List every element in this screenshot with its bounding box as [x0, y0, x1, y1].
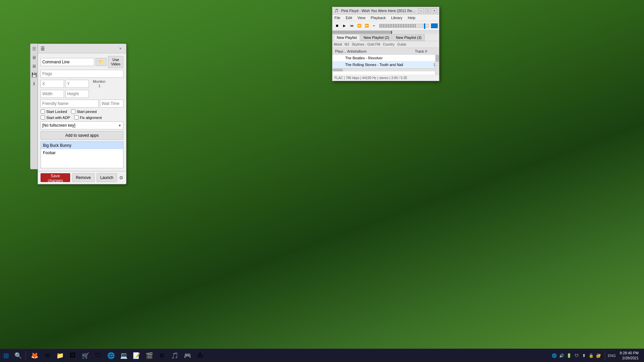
- taskbar-app-word[interactable]: 📝: [130, 350, 143, 362]
- sys-tray-network-icon[interactable]: 🌐: [551, 352, 558, 359]
- start-button[interactable]: ⊞: [0, 350, 12, 362]
- playlist-h-scrollbar[interactable]: [332, 68, 439, 71]
- stop-button[interactable]: ⏹: [334, 22, 340, 29]
- sidebar-display-icon[interactable]: 🖥: [31, 54, 38, 61]
- panel-close-button[interactable]: ×: [117, 46, 123, 52]
- fwd-button[interactable]: ⏩: [363, 22, 370, 29]
- start-adp-checkbox[interactable]: [41, 115, 45, 120]
- subtab-guitar[interactable]: Guitar: [397, 43, 406, 46]
- music-maximize-button[interactable]: □: [425, 8, 430, 13]
- command-line-input[interactable]: [41, 58, 94, 66]
- sidebar-display2-icon[interactable]: 🖥: [31, 63, 38, 69]
- add-to-saved-button[interactable]: Add to saved apps: [41, 131, 123, 140]
- header-track: Track #: [414, 49, 434, 53]
- remove-button[interactable]: Remove: [72, 173, 95, 182]
- taskbar-clock[interactable]: 8:28:40 PM 2/28/2021: [617, 351, 641, 360]
- sys-tray-update-icon[interactable]: ⬆: [581, 352, 587, 359]
- music-minimize-button[interactable]: ─: [418, 8, 424, 13]
- volume-bar[interactable]: [379, 24, 429, 28]
- start-pinned-label[interactable]: Start pinned: [71, 109, 97, 114]
- tab-new-playlist-3[interactable]: New Playlist (3): [393, 34, 424, 41]
- menu-help[interactable]: Help: [407, 16, 416, 20]
- rew-button[interactable]: ⏪: [356, 22, 363, 29]
- panel-content: 📁 UseVideo Monitor:1 Start Locked: [38, 53, 126, 171]
- taskbar-app-files[interactable]: 📁: [54, 350, 66, 362]
- x-input[interactable]: [41, 80, 64, 88]
- sidebar-save-icon[interactable]: 💾: [31, 71, 38, 78]
- flags-input[interactable]: [41, 70, 123, 78]
- music-close-button[interactable]: ×: [432, 8, 437, 13]
- prev-button[interactable]: ⏮: [348, 22, 355, 29]
- taskbar-app-steam[interactable]: 🕹: [194, 350, 206, 362]
- saved-apps-list[interactable]: Big Buck Bunny Foobar: [41, 141, 123, 168]
- fullscreen-key-select[interactable]: [No fullscreen key] F11 F12 Alt+Enter: [41, 121, 123, 129]
- y-input[interactable]: [65, 80, 89, 88]
- fix-alignment-label[interactable]: Fix alignment: [74, 115, 102, 120]
- sys-tray-security-icon[interactable]: 🛡: [573, 352, 580, 359]
- start-locked-label[interactable]: Start Locked: [41, 109, 67, 114]
- taskbar-app-music[interactable]: 🎵: [169, 350, 181, 362]
- taskbar-app-game[interactable]: 🎮: [181, 350, 194, 362]
- sys-tray-volume-icon[interactable]: 🔊: [558, 352, 565, 359]
- music-titlebar: 🎵 Pink Floyd - Wish You Were Here (2011 …: [332, 7, 439, 14]
- wait-time-input[interactable]: [100, 100, 123, 108]
- start-locked-checkbox[interactable]: [41, 109, 45, 114]
- subtab-mj[interactable]: MJ: [344, 43, 349, 46]
- start-adp-text: Start with ADP: [46, 116, 70, 120]
- clock-time: 8:28:40 PM: [620, 351, 639, 355]
- sidebar-menu-icon[interactable]: ☰: [31, 45, 38, 52]
- menu-file[interactable]: File: [334, 16, 341, 20]
- use-video-button[interactable]: UseVideo: [108, 56, 123, 68]
- taskbar-app-store[interactable]: 🛒: [79, 350, 92, 362]
- start-adp-label[interactable]: Start with ADP: [41, 115, 70, 120]
- sys-tray-lock-icon[interactable]: 🔒: [588, 352, 595, 359]
- subtab-country[interactable]: Country: [383, 43, 394, 46]
- scrollbar-thumb: [436, 55, 439, 62]
- search-button[interactable]: 🔍: [12, 350, 24, 362]
- sys-tray-icons: 🌐 🔊 🔋 🛡 ⬆ 🔒 🔐: [551, 352, 602, 359]
- taskbar-app-photos[interactable]: 🖼: [67, 350, 79, 362]
- subtab-skylines[interactable]: Skylines - Gold FM: [352, 43, 380, 46]
- play-button[interactable]: ▶: [341, 22, 348, 29]
- settings-gear-icon[interactable]: ⚙: [119, 175, 123, 180]
- sidebar-info-icon[interactable]: ℹ: [31, 80, 38, 87]
- fix-alignment-checkbox[interactable]: [74, 115, 78, 120]
- menu-view[interactable]: View: [357, 16, 366, 20]
- pl-artist-1: The Beatles - Revolver: [344, 56, 418, 60]
- subtab-metal[interactable]: Metal: [334, 43, 342, 46]
- panel-menu-button[interactable]: ☰: [41, 46, 45, 51]
- taskbar-app-dev[interactable]: ⚙: [156, 350, 168, 362]
- sys-tray-vpn-icon[interactable]: 🔐: [595, 352, 602, 359]
- width-input[interactable]: [41, 90, 64, 98]
- launch-button[interactable]: Launch: [97, 173, 117, 182]
- tab-new-playlist[interactable]: New Playlist: [334, 34, 360, 41]
- sys-tray-battery-icon[interactable]: 🔋: [566, 352, 573, 359]
- pl-artist-2: The Rolling Stones - Tooth and Nail: [344, 63, 418, 67]
- start-pinned-checkbox[interactable]: [71, 109, 75, 114]
- taskbar-app-security[interactable]: 🛡: [92, 350, 104, 362]
- taskbar-app-edge[interactable]: 🌐: [105, 350, 117, 362]
- save-changes-button[interactable]: Save changes: [41, 173, 70, 182]
- taskbar-app-vscode[interactable]: 💻: [118, 350, 130, 362]
- playlist-scrollbar[interactable]: [435, 55, 439, 75]
- playlist-row-stones[interactable]: The Rolling Stones - Tooth and Nail 1/: [332, 61, 439, 68]
- friendly-name-input[interactable]: [41, 100, 99, 108]
- playlist-row-beatles[interactable]: The Beatles - Revolver: [332, 55, 439, 61]
- fix-alignment-text: Fix alignment: [80, 116, 102, 120]
- music-seekbar[interactable]: [332, 31, 439, 34]
- app-manager-panel: ☰ × 📁 UseVideo Monitor:1: [38, 44, 126, 184]
- menu-edit[interactable]: Edit: [345, 16, 353, 20]
- taskbar-app-mail[interactable]: ✉: [41, 350, 53, 362]
- tab-new-playlist-2[interactable]: New Playlist (2): [361, 34, 392, 41]
- music-player-window: 🎵 Pink Floyd - Wish You Were Here (2011 …: [332, 7, 439, 81]
- language-indicator: ENG: [608, 354, 616, 358]
- saved-app-item-foobar[interactable]: Foobar: [41, 149, 123, 157]
- saved-app-item-bbunny[interactable]: Big Buck Bunny: [41, 142, 123, 149]
- taskbar-app-browser[interactable]: 🦊: [29, 350, 41, 362]
- menu-library[interactable]: Library: [390, 16, 403, 20]
- browse-button[interactable]: 📁: [96, 58, 107, 66]
- height-input[interactable]: [65, 90, 89, 98]
- taskbar-app-video[interactable]: 🎬: [143, 350, 155, 362]
- menu-playback[interactable]: Playback: [370, 16, 386, 20]
- extra-button[interactable]: ▪: [371, 22, 377, 29]
